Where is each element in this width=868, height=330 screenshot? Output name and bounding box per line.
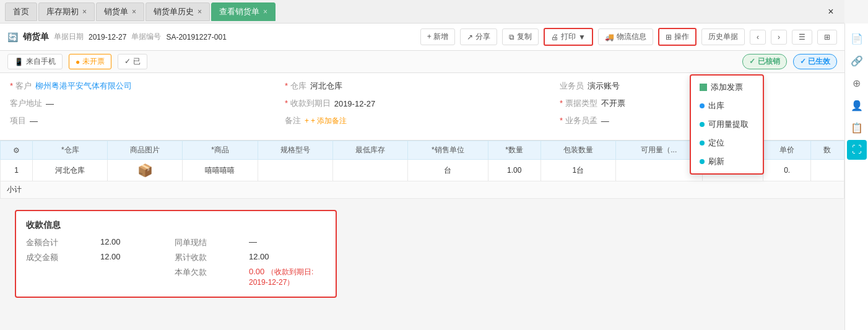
view-list-button[interactable]: ☰ xyxy=(792,30,812,45)
warehouse-field: 仓库 河北仓库 xyxy=(285,80,560,92)
date-value: 2019-12-27 xyxy=(89,33,126,41)
sidebar-circle-icon[interactable]: ⊕ xyxy=(847,73,867,93)
close-tab-sales[interactable]: × xyxy=(132,7,136,16)
not-open-ticket-button[interactable]: ● 未开票 xyxy=(69,54,111,69)
add-note-button[interactable]: + + 添加备注 xyxy=(305,116,347,126)
total-value: 12.00 xyxy=(100,237,175,248)
tab-sales-history[interactable]: 销货单历史 × xyxy=(145,2,210,21)
refresh-icon xyxy=(700,159,705,164)
from-phone-button[interactable]: 📱 来自手机 xyxy=(7,54,63,69)
customer-field: 客户 柳州粤港平安气体有限公司 xyxy=(10,80,285,92)
summary-grid: 金额合计 12.00 同单现结 — 成交金额 12.00 累计收款 12.00 … xyxy=(26,237,326,288)
col-unit-price: 单价 xyxy=(763,141,810,160)
cell-spec xyxy=(258,160,332,181)
col-qty: *数量 xyxy=(488,141,540,160)
col-min-stock: 最低库存 xyxy=(332,141,407,160)
view-grid-button[interactable]: ⊞ xyxy=(817,30,837,45)
dropdown-outbound[interactable]: 出库 xyxy=(691,97,763,115)
col-amount: 数 xyxy=(810,141,844,160)
tab-sales-order[interactable]: 销货单 × xyxy=(96,2,144,21)
close-tab-inventory[interactable]: × xyxy=(82,7,87,16)
check-icon: ✓ xyxy=(749,57,755,66)
share-button[interactable]: ↗ 分享 xyxy=(460,28,497,45)
nav-next-button[interactable]: › xyxy=(771,30,787,45)
cell-product: 嘻嘻嘻嘻 xyxy=(183,160,258,181)
dropdown-available-qty[interactable]: 可用量提取 xyxy=(691,115,763,134)
col-product: *商品 xyxy=(183,141,258,160)
total-label: 金额合计 xyxy=(26,237,100,248)
doc-type-icon: 🔄 xyxy=(7,32,18,42)
sidebar-clipboard-icon[interactable]: 📋 xyxy=(847,118,867,137)
address-value: — xyxy=(46,99,54,108)
balance-row: 0.00 （收款到期日: 2019-12-27） xyxy=(249,267,323,288)
same-settle-label: 同单现结 xyxy=(175,237,249,248)
tab-inventory-init[interactable]: 库存期初 × xyxy=(38,2,95,21)
phone-icon: 📱 xyxy=(14,58,24,66)
logistics-button[interactable]: 🚚 物流信息 xyxy=(598,28,653,45)
col-image: 商品图片 xyxy=(108,141,183,160)
address-field: 客户地址 — xyxy=(10,98,285,109)
copy-button[interactable]: ⧉ 复制 xyxy=(502,28,539,45)
toolbar: 🔄 销货单 单据日期 2019-12-27 单据编号 SA-20191227-0… xyxy=(0,24,844,51)
history-button[interactable]: 历史单据 xyxy=(701,28,745,45)
staff-value: 演示账号 xyxy=(588,80,620,92)
sidebar-expand-icon[interactable]: ⛶ xyxy=(847,140,867,160)
print-icon: 🖨 xyxy=(551,33,558,41)
empty2 xyxy=(100,267,175,288)
cell-no: 1 xyxy=(1,160,33,181)
print-button[interactable]: 🖨 打印 ▼ xyxy=(544,28,593,46)
confirm-button[interactable]: ✓ 已 xyxy=(118,54,147,69)
col-gear: ⚙ xyxy=(1,141,33,160)
cell-qty: 1.00 xyxy=(488,160,540,181)
date-label: 单据日期 xyxy=(54,32,84,42)
payment-date-label: 收款到期日 xyxy=(285,98,331,109)
doc-no-value: SA-20191227-001 xyxy=(166,33,226,41)
actions-button[interactable]: ⊞ 操作 xyxy=(658,28,697,46)
customer-value[interactable]: 柳州粤港平安气体有限公司 xyxy=(35,80,132,92)
dropdown-refresh[interactable]: 刷新 xyxy=(691,152,763,171)
customer-label: 客户 xyxy=(10,80,32,92)
outbound-icon xyxy=(700,103,705,108)
check-icon2: ✓ xyxy=(800,57,806,66)
available-qty-icon xyxy=(700,122,705,127)
cell-pack-qty: 1台 xyxy=(540,160,615,181)
close-tab-history[interactable]: × xyxy=(197,7,202,16)
balance-value: 0.00 xyxy=(249,267,264,276)
subtotal-label: 小计 xyxy=(1,181,844,199)
cell-warehouse: 河北仓库 xyxy=(33,160,108,181)
tab-view-sales[interactable]: 查看销货单 × xyxy=(211,2,276,21)
dropdown-locate[interactable]: 定位 xyxy=(691,134,763,152)
col-spec: 规格型号 xyxy=(258,141,332,160)
sidebar-doc-icon[interactable]: 📄 xyxy=(847,28,867,48)
add-icon: + xyxy=(305,116,309,125)
doc-no-label: 单据编号 xyxy=(131,32,161,42)
close-window-button[interactable]: × xyxy=(822,3,840,20)
same-settle-value: — xyxy=(249,237,323,248)
col-unit: *销售单位 xyxy=(407,141,488,160)
action-dropdown: 添加发票 出库 可用量提取 定位 刷新 xyxy=(690,74,764,175)
new-button[interactable]: + 新增 xyxy=(420,28,455,45)
payment-date-value: 2019-12-27 xyxy=(334,99,376,108)
staff2-label: 业务员孟 xyxy=(560,115,597,126)
note-label: 备注 xyxy=(285,115,301,126)
staff2-value: — xyxy=(601,116,609,126)
nav-prev-button[interactable]: ‹ xyxy=(750,30,766,45)
col-warehouse: *仓库 xyxy=(33,141,108,160)
sidebar-link-icon[interactable]: 🔗 xyxy=(847,51,867,71)
dropdown-add-invoice[interactable]: 添加发票 xyxy=(691,78,763,97)
payment-date-field: 收款到期日 2019-12-27 xyxy=(285,98,560,109)
locate-icon xyxy=(700,141,705,145)
deal-amount-label: 成交金额 xyxy=(26,252,100,263)
ticket-label: 票据类型 xyxy=(560,98,597,109)
close-tab-view-sales[interactable]: × xyxy=(263,7,267,16)
sidebar-user-icon[interactable]: 👤 xyxy=(847,95,867,115)
tab-home[interactable]: 首页 xyxy=(5,2,37,21)
warehouse-label: 仓库 xyxy=(285,80,306,92)
staff-label: 业务员 xyxy=(560,80,584,92)
status-badge-cancelled: ✓ 已核销 xyxy=(742,54,786,69)
balance-label: 本单欠款 xyxy=(175,267,249,288)
share-icon: ↗ xyxy=(467,33,473,41)
ticket-value: 不开票 xyxy=(601,98,625,109)
cell-unit: 台 xyxy=(407,160,488,181)
tab-bar: 首页 库存期初 × 销货单 × 销货单历史 × 查看销货单 × × xyxy=(0,0,844,24)
